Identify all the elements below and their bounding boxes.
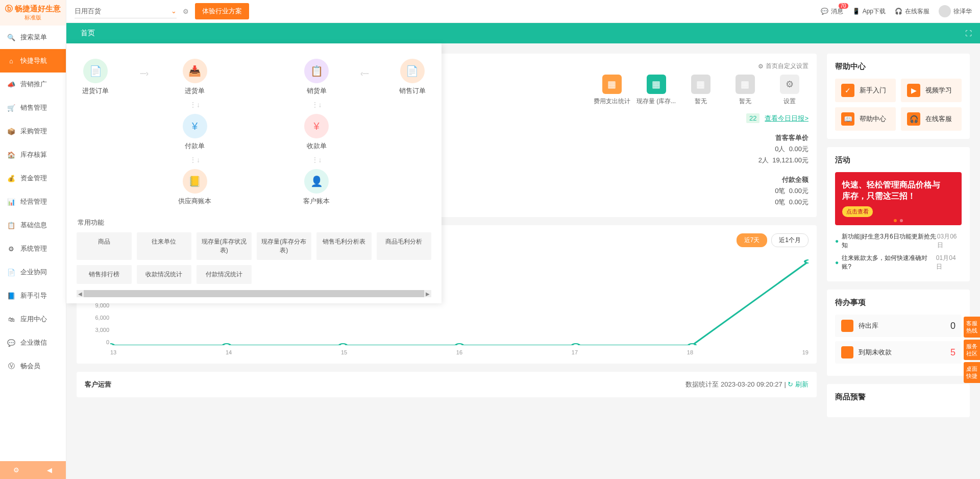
stat-value: 0笔: [775, 198, 785, 206]
node-customer-ledger[interactable]: 👤客户账本: [303, 169, 330, 206]
node-purchase-bill[interactable]: 📥进货单: [183, 59, 207, 95]
tile-empty-2[interactable]: ▦暂无: [726, 75, 764, 106]
node-sales-bill[interactable]: 📋销货单: [304, 59, 329, 95]
activity-card: 活动 快速、轻松管理商品价格与库存，只需这三招！ 点击查看 ●新功能|好生意3月…: [827, 147, 970, 281]
nav-sales[interactable]: 🛒销售管理: [0, 96, 66, 119]
user-menu[interactable]: 徐泽华: [939, 5, 972, 17]
nav-basic[interactable]: 📋基础信息: [0, 213, 66, 237]
common-payment-stats[interactable]: 付款情况统计: [197, 265, 252, 284]
promo-cta[interactable]: 点击查看: [842, 206, 873, 217]
nav-collab[interactable]: 📄企业协同: [0, 260, 66, 284]
tab-home[interactable]: 首页: [75, 29, 101, 38]
stat-value: 0笔: [775, 187, 785, 195]
news-date: 03月06日: [937, 232, 962, 250]
nav-appcenter[interactable]: 🛍应用中心: [0, 307, 66, 331]
nav-quicknav[interactable]: ⌂快捷导航: [0, 49, 66, 73]
search-icon: 🔍: [7, 33, 15, 41]
node-sales-order[interactable]: 📄销售订单: [399, 59, 426, 95]
help-support[interactable]: 🎧在线客服: [901, 107, 962, 131]
card-title: 客户运营: [85, 380, 111, 389]
nav-finance[interactable]: 💰资金管理: [0, 166, 66, 190]
app-download-button[interactable]: 📱App下载: [852, 7, 886, 16]
category-settings-button[interactable]: ⚙: [183, 8, 189, 15]
common-title: 常用功能: [78, 218, 431, 227]
float-community[interactable]: 服务社区: [964, 340, 980, 361]
book-icon: 📖: [841, 112, 854, 126]
news-date: 01月04日: [936, 254, 962, 271]
node-purchase-order[interactable]: 📄进货订单: [82, 59, 109, 95]
nav-label: 快捷导航: [20, 56, 47, 65]
chart-tab-1m[interactable]: 近1个月: [771, 233, 808, 247]
dot[interactable]: [900, 219, 903, 222]
collapse-button[interactable]: ◀: [33, 461, 66, 479]
nav-label: 经营管理: [20, 197, 47, 206]
nav-business[interactable]: 📊经营管理: [0, 190, 66, 213]
messages-button[interactable]: 💬 消息 70: [821, 7, 843, 16]
support-button[interactable]: 🎧在线客服: [895, 7, 929, 16]
node-supplier-ledger[interactable]: 📒供应商账本: [178, 169, 211, 206]
nav-member[interactable]: Ⓥ畅会员: [0, 354, 66, 378]
arrow-down-icon: ⋮↓: [311, 100, 322, 110]
card-title: 待办事项: [835, 298, 962, 307]
common-sales-rank[interactable]: 销售排行榜: [77, 265, 132, 284]
tile-settings[interactable]: ⚙设置: [770, 75, 808, 106]
dot[interactable]: [894, 219, 897, 222]
gear-icon: ⚙: [758, 63, 764, 70]
tile-empty-1[interactable]: ▦暂无: [681, 75, 720, 106]
help-video[interactable]: ▶视频学习: [901, 79, 962, 102]
scroll-right-button[interactable]: ▶: [424, 291, 431, 297]
common-stock-status[interactable]: 现存量(库存状况表): [197, 232, 252, 260]
float-hotline[interactable]: 客服热线: [964, 317, 980, 338]
common-receipt-stats[interactable]: 收款情况统计: [137, 265, 192, 284]
todo-overdue[interactable]: 到期未收款5: [835, 341, 962, 364]
card-title: 帮助中心: [835, 62, 962, 71]
news-item[interactable]: ●往来账款太多，如何快速准确对账?01月04日: [835, 252, 962, 273]
common-sales-profit[interactable]: 销售毛利分析表: [316, 232, 372, 260]
chart-icon: 📊: [7, 198, 15, 206]
logo-text: 畅捷通好生意: [15, 4, 61, 13]
news-item[interactable]: ●新功能|好生意3月6日功能更新抢先知03月06日: [835, 230, 962, 252]
nav-label: 营销推广: [20, 80, 47, 89]
todo-count: 0: [950, 321, 955, 331]
help-center[interactable]: 📖帮助中心: [835, 107, 896, 131]
daily-report-link[interactable]: 查看今日日报>: [765, 114, 808, 122]
settings-button[interactable]: ⚙: [0, 461, 33, 479]
scroll-left-button[interactable]: ◀: [77, 291, 84, 297]
common-goods[interactable]: 商品: [77, 232, 132, 260]
chart-tab-7d[interactable]: 近7天: [737, 233, 768, 247]
nav-label: 企业协同: [20, 268, 47, 277]
nav-purchase[interactable]: 📦采购管理: [0, 119, 66, 143]
nav-marketing[interactable]: 📣营销推广: [0, 73, 66, 96]
common-goods-profit[interactable]: 商品毛利分析: [377, 232, 432, 260]
stat-value: 0人: [775, 145, 785, 153]
common-stock-dist[interactable]: 现存量(库存分布表): [257, 232, 312, 260]
tile-expense[interactable]: ▦费用支出统计: [593, 75, 631, 106]
category-select[interactable]: 日用百货 ⌄: [75, 5, 177, 18]
arrow-down-icon: ⋮↓: [189, 100, 200, 110]
promo-banner[interactable]: 快速、轻松管理商品价格与库存，只需这三招！ 点击查看: [835, 172, 962, 225]
todo-outbound[interactable]: 待出库0: [835, 315, 962, 337]
customer-ops-card: 客户运营 数据统计至 2023-03-20 09:20:27 | ↻ 刷新: [77, 372, 817, 397]
nav-guide[interactable]: 📘新手引导: [0, 284, 66, 307]
flyout-scrollbar[interactable]: ◀ ▶: [77, 290, 431, 297]
help-getting-started[interactable]: ✓新手入门: [835, 79, 896, 102]
nav-wechat[interactable]: 💬企业微信: [0, 331, 66, 354]
warning-card: 商品预警: [827, 384, 970, 417]
sales-icon: 📋: [304, 59, 329, 83]
nav-search[interactable]: 🔍搜索菜单: [0, 26, 66, 49]
refresh-link[interactable]: ↻ 刷新: [788, 380, 808, 388]
nav-system[interactable]: ⚙系统管理: [0, 237, 66, 260]
scroll-track[interactable]: [84, 290, 424, 297]
support-label: 在线客服: [905, 7, 929, 16]
float-shortcut[interactable]: 桌面快捷: [964, 362, 980, 383]
node-receipt[interactable]: ¥收款单: [304, 114, 329, 151]
fullscreen-button[interactable]: ⛶: [965, 30, 972, 37]
tile-stock[interactable]: ▦现存量 (库存...: [637, 75, 675, 106]
nav-inventory[interactable]: 🏠库存核算: [0, 143, 66, 166]
todo-card: 待办事项 待出库0 到期未收款5: [827, 290, 970, 376]
common-partners[interactable]: 往来单位: [137, 232, 192, 260]
node-payment[interactable]: ¥付款单: [183, 114, 207, 151]
node-label: 客户账本: [303, 197, 330, 206]
try-industry-button[interactable]: 体验行业方案: [195, 3, 249, 19]
category-value: 日用百货: [75, 7, 101, 16]
